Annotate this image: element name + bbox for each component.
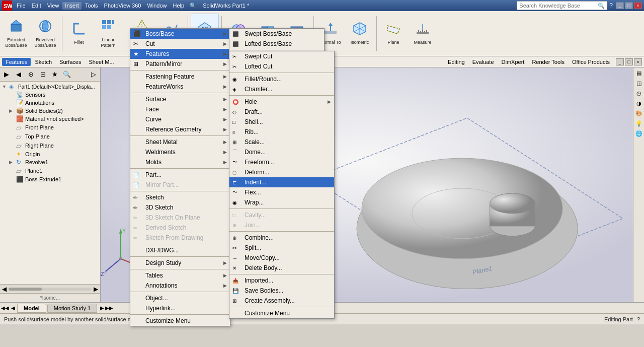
menu-item-hyperlink[interactable]: Hyperlink... [130, 303, 230, 313]
menu-combine[interactable]: ⊕ Combine... [229, 233, 334, 243]
menu-item-dxf-dwg[interactable]: DXF/DWG... [130, 245, 230, 255]
tree-item-solid-bodies[interactable]: ▶ 📦 Solid Bodies(2) [1, 107, 99, 115]
rmt-btn-5[interactable]: 🎨 [634, 109, 643, 118]
minimize-button[interactable]: _ [616, 2, 624, 9]
menu-item-customize[interactable]: Customize Menu [130, 316, 230, 326]
filter-icon[interactable]: ▶ [1, 69, 12, 80]
menu-save-bodies[interactable]: 💾 Save Bodies... [229, 286, 334, 296]
menu-lofted-cut[interactable]: ✂ Lofted Cut [229, 61, 334, 72]
tab-dimxpert[interactable]: DimXpert [498, 58, 528, 66]
maximize-button[interactable]: □ [625, 2, 633, 9]
menu-item-3d-sketch[interactable]: ✏ 3D Sketch [130, 202, 230, 213]
star-icon[interactable]: ★ [49, 69, 60, 80]
menu-chamfer[interactable]: ◈ Chamfer... [229, 84, 334, 94]
nav-next[interactable]: ▶ [100, 305, 104, 311]
menu-hole[interactable]: ⭕ Hole ▶ [229, 97, 334, 107]
menu-draft[interactable]: ◇ Draft... [229, 107, 334, 117]
toolbar-linear-pattern[interactable]: Linear Pattern [94, 14, 122, 54]
tab-evaluate[interactable]: Evaluate [469, 58, 498, 66]
menu-view-title[interactable]: View [45, 2, 62, 10]
menu-split[interactable]: ✂ Split... [229, 243, 334, 253]
help-status-icon[interactable]: ? [637, 316, 640, 322]
toolbar-extruded-boss[interactable]: Extruded Boss/Base [2, 14, 30, 54]
menu-item-curve[interactable]: Curve ▶ [130, 114, 230, 124]
tree-item-sensors[interactable]: 📡 Sensors [1, 91, 99, 99]
menu-fillet-round[interactable]: ◉ Fillet/Round... [229, 74, 334, 84]
menu-item-object[interactable]: Object... [130, 293, 230, 303]
menu-edit-title[interactable]: Edit [29, 2, 44, 10]
menu-move-copy[interactable]: ↔ Move/Copy... [229, 253, 334, 263]
menu-shell[interactable]: □ Shell... [229, 117, 334, 127]
menu-item-reference-geometry[interactable]: Reference Geometry ▶ [130, 124, 230, 134]
tree-item-front-plane[interactable]: ▱ Front Plane [1, 123, 99, 132]
menu-item-sketch[interactable]: ✏ Sketch [130, 192, 230, 202]
tab-surfaces[interactable]: Surfaces [56, 58, 85, 66]
tab-render-tools[interactable]: Render Tools [528, 58, 568, 66]
tab-motion-study-1[interactable]: Motion Study 1 [47, 304, 97, 313]
viewport-max-btn[interactable]: □ [625, 58, 633, 65]
tree-item-origin[interactable]: ✦ Origin [1, 150, 99, 158]
nav-prev2[interactable]: ◀ [11, 305, 15, 311]
viewport-min-btn[interactable]: _ [616, 58, 624, 65]
rmt-btn-1[interactable]: ▤ [634, 68, 643, 78]
menu-tools-title[interactable]: Tools [83, 2, 101, 10]
menu-window-title[interactable]: Window [144, 2, 169, 10]
tab-sketch[interactable]: Sketch [31, 58, 55, 66]
menu-item-annotations[interactable]: Annotations ▶ [130, 281, 230, 291]
menu-item-fastening-feature[interactable]: Fastening Feature ▶ [130, 72, 230, 82]
menu-imported[interactable]: 📥 Imported... [229, 275, 334, 286]
menu-item-weldments[interactable]: Weldments ▶ [130, 147, 230, 157]
search-input[interactable] [519, 3, 598, 9]
rmt-btn-6[interactable]: 💡 [634, 119, 643, 128]
menu-scale[interactable]: ⊞ Scale... [229, 137, 334, 147]
scroll-right-icon[interactable]: ▶ [94, 286, 98, 293]
menu-search-icon[interactable]: 🔍 [188, 2, 199, 10]
scroll-left-icon[interactable]: ◀ [2, 286, 7, 293]
more-icon[interactable]: ▷ [88, 69, 99, 80]
menu-rib[interactable]: ≡ Rib... [229, 127, 334, 137]
menu-item-boss-base[interactable]: ⬛ Boss/Base ▶ [130, 29, 230, 39]
search-tree-icon[interactable]: 🔍 [61, 69, 72, 80]
menu-flex[interactable]: 〜 Flex... [229, 187, 334, 197]
nav-next2[interactable]: ▶▶ [105, 305, 113, 311]
menu-delete-body[interactable]: ✕ Delete Body... [229, 263, 334, 273]
tree-item-top-plane[interactable]: ▱ Top Plane [1, 132, 99, 141]
menu-item-cut[interactable]: ✂ Cut ▶ [130, 39, 230, 49]
menu-deform[interactable]: ◌ Deform... [229, 167, 334, 177]
menu-item-face[interactable]: Face ▶ [130, 104, 230, 114]
menu-create-assembly[interactable]: ⊞ Create Assembly... [229, 296, 334, 306]
tab-model[interactable]: Model [17, 304, 46, 313]
help-icon[interactable]: ? [609, 2, 613, 9]
viewport-close-btn[interactable]: × [634, 58, 642, 65]
menu-item-design-study[interactable]: Design Study ▶ [130, 258, 230, 268]
tab-features[interactable]: Features [2, 58, 31, 66]
tree-item-material[interactable]: 🧱 Material <not specified> [1, 115, 99, 123]
menu-customize-feat[interactable]: Customize Menu [229, 308, 334, 318]
tab-office-products[interactable]: Office Products [569, 58, 613, 66]
rmt-btn-7[interactable]: 🌐 [634, 129, 643, 138]
toolbar-measure[interactable]: Measure [409, 14, 437, 54]
menu-help-title[interactable]: Help [171, 2, 187, 10]
back-icon[interactable]: ◀ [13, 69, 24, 80]
menu-photoview-title[interactable]: PhotoView 360 [102, 2, 144, 10]
rmt-btn-4[interactable]: ◑ [634, 99, 643, 108]
menu-swept-boss[interactable]: ⬛ Swept Boss/Base [229, 29, 324, 39]
nav-prev[interactable]: ◀◀ [1, 305, 9, 311]
menu-freeform[interactable]: 〜 Freeform... [229, 157, 334, 167]
tab-editing[interactable]: Editing [444, 58, 468, 66]
toolbar-revolved-boss[interactable]: Revolved Boss/Base [31, 14, 59, 54]
tree-item-right-plane[interactable]: ▱ Right Plane [1, 141, 99, 150]
menu-item-tables[interactable]: Tables ▶ [130, 270, 230, 281]
tab-sheet-metal[interactable]: Sheet M... [85, 58, 117, 66]
rmt-btn-3[interactable]: ◷ [634, 89, 643, 98]
menu-item-featureworks[interactable]: FeatureWorks ▶ [130, 82, 230, 92]
menu-item-pattern-mirror[interactable]: ⊞ Pattern/Mirror ▶ [130, 59, 230, 69]
menu-lofted-boss[interactable]: ⬛ Lofted Boss/Base [229, 39, 324, 49]
menu-item-surface[interactable]: Surface ▶ [130, 94, 230, 104]
toolbar-plane[interactable]: Plane [379, 14, 408, 54]
menu-item-features[interactable]: ★ Features ▶ [130, 49, 230, 59]
menu-insert-title[interactable]: Insert [62, 2, 82, 10]
grid-icon[interactable]: ⊞ [37, 69, 48, 80]
toolbar-isometric[interactable]: Isometric [346, 14, 374, 54]
menu-dome[interactable]: ⌒ Dome... [229, 147, 334, 157]
